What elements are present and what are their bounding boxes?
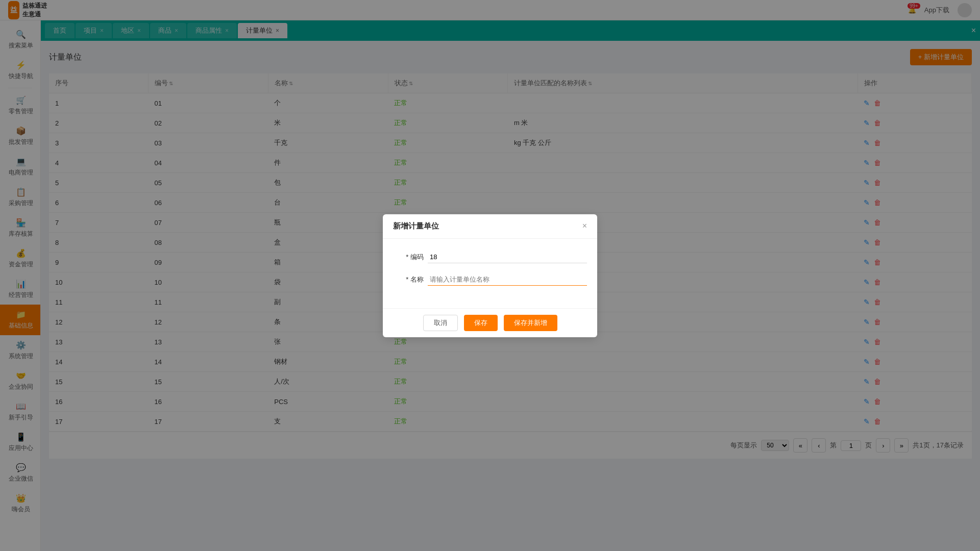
save-and-new-button[interactable]: 保存并新增 [504, 315, 557, 331]
modal-footer: 取消 保存 保存并新增 [383, 308, 597, 337]
modal-header: 新增计量单位 × [383, 214, 597, 239]
add-unit-modal: 新增计量单位 × * 编码 * 名称 取消 保存 保存并新增 [383, 214, 597, 337]
save-button[interactable]: 保存 [464, 315, 498, 331]
name-label: * 名称 [393, 275, 424, 284]
cancel-button[interactable]: 取消 [423, 315, 458, 331]
code-label: * 编码 [393, 253, 424, 262]
form-row-name: * 名称 [393, 273, 587, 286]
form-row-code: * 编码 [393, 251, 587, 263]
modal-overlay: 新增计量单位 × * 编码 * 名称 取消 保存 保存并新增 [0, 0, 980, 551]
modal-title: 新增计量单位 [393, 221, 439, 231]
name-input[interactable] [428, 273, 587, 286]
code-input[interactable] [428, 251, 587, 263]
modal-body: * 编码 * 名称 [383, 239, 597, 308]
modal-close-button[interactable]: × [582, 221, 587, 231]
